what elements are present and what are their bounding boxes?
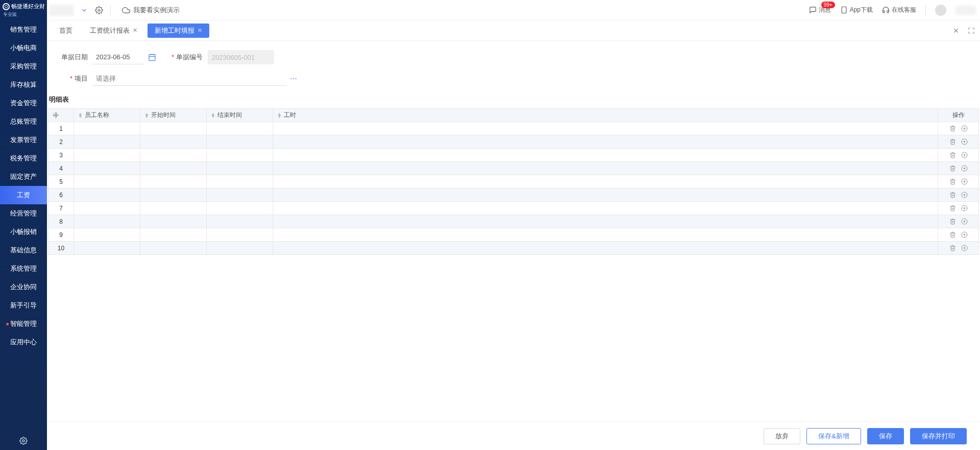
online-service-label: 在线客服 [892, 6, 916, 14]
org-name-blur [49, 5, 74, 16]
top-header: 我要看实例演示 消息 99+ App下载 在线客服 [0, 0, 980, 20]
sidebar: 畅捷通好业财 专业版 销售管理小畅电商采购管理库存核算资金管理总账管理发票管理税… [0, 0, 47, 20]
app-download-button[interactable]: App下载 [840, 6, 873, 14]
user-avatar[interactable] [935, 5, 946, 16]
org-dropdown-icon[interactable] [81, 7, 88, 14]
headset-icon [882, 6, 890, 14]
message-icon [809, 6, 817, 14]
phone-icon [840, 6, 848, 14]
svg-point-1 [98, 9, 100, 11]
gear-icon [95, 6, 103, 14]
header-settings[interactable] [95, 6, 103, 14]
brand-icon [3, 3, 10, 10]
brand-edition: 专业版 [3, 11, 17, 18]
online-service-button[interactable]: 在线客服 [882, 6, 916, 14]
chevron-down-icon [81, 7, 88, 14]
demo-link-label: 我要看实例演示 [133, 6, 180, 15]
messages-button[interactable]: 消息 99+ [809, 6, 831, 14]
cloud-icon [122, 6, 130, 14]
messages-badge: 99+ [821, 2, 835, 8]
brand-logo: 畅捷通好业财 专业版 [0, 0, 47, 20]
app-download-label: App下载 [850, 6, 873, 14]
user-name-blur [955, 6, 976, 15]
demo-link[interactable]: 我要看实例演示 [122, 6, 180, 15]
svg-rect-2 [842, 7, 846, 13]
brand-name: 畅捷通好业财 [11, 3, 45, 10]
